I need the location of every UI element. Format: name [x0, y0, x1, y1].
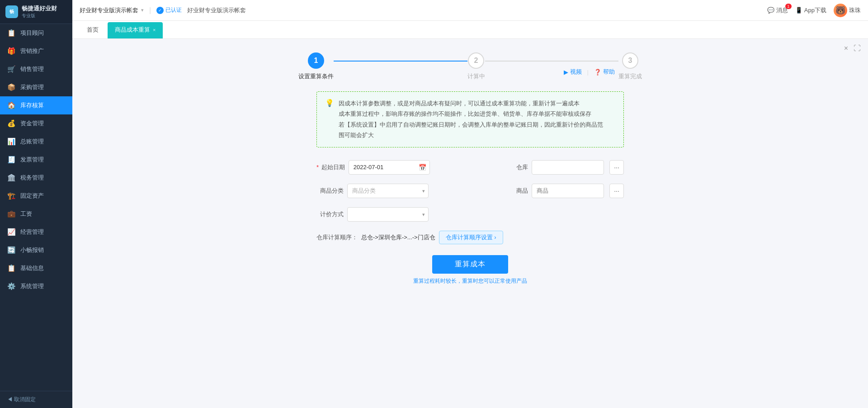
- sidebar-item-label: 总账管理: [20, 138, 44, 146]
- help-link[interactable]: ❓ 帮助: [594, 68, 615, 76]
- calc-order-row: 仓库计算顺序： 总仓->深圳仓库->...->门店仓 仓库计算顺序设置 ›: [316, 231, 624, 244]
- step-3: 3 重算完成: [618, 52, 642, 81]
- pricing-select[interactable]: [347, 207, 429, 222]
- calc-order-label: 仓库计算顺序：: [316, 233, 358, 242]
- sidebar-item-accounting[interactable]: 📊 总账管理: [0, 133, 72, 151]
- message-button[interactable]: 💬 消息 1: [767, 6, 788, 14]
- company-name: 好业财专业版演示帐套: [187, 6, 246, 14]
- account-selector[interactable]: 好业财专业版演示帐套 ▾: [80, 6, 144, 14]
- accounting-icon: 📊: [7, 138, 16, 146]
- category-select-wrap: 商品分类 ▾: [347, 184, 429, 198]
- warehouse-dots-button[interactable]: ···: [609, 160, 624, 175]
- recalc-section: 重算成本 重算过程耗时较长，重算时您可以正常使用产品: [316, 255, 624, 285]
- tab-home[interactable]: 首页: [80, 22, 106, 38]
- topbar-divider: |: [149, 6, 151, 14]
- salary-icon: 💼: [7, 210, 16, 218]
- sidebar-item-marketing[interactable]: 🎁 营销推广: [0, 42, 72, 60]
- finance-icon: 💰: [7, 119, 16, 128]
- sidebar-item-inventory[interactable]: 🏠 库存核算: [0, 96, 72, 114]
- goods-input-row: ···: [532, 184, 624, 198]
- sidebar-item-label: 库存核算: [20, 101, 44, 109]
- recalc-note: 重算过程耗时较长，重算时您可以正常使用产品: [316, 277, 624, 285]
- step-2-circle: 2: [468, 52, 484, 69]
- app-title: 畅捷通好业财: [22, 5, 57, 13]
- form-row-2: 商品分类 商品分类 ▾ 商品 ···: [316, 184, 624, 198]
- sidebar-item-tax[interactable]: 🏛️ 税务管理: [0, 169, 72, 187]
- purchase-icon: 📦: [7, 83, 16, 91]
- step-2-label: 计算中: [467, 72, 485, 81]
- start-date-input[interactable]: [349, 160, 430, 175]
- pricing-select-wrap: ▾: [347, 207, 429, 222]
- goods-label: 商品: [510, 187, 528, 195]
- close-window-button[interactable]: ×: [844, 44, 848, 52]
- goods-input[interactable]: [532, 184, 604, 198]
- asset-icon: 🏗️: [7, 192, 16, 200]
- tab-home-label: 首页: [87, 26, 99, 34]
- project-icon: 📋: [7, 29, 16, 37]
- sidebar-header: 畅 畅捷通好业财 专业版: [0, 0, 72, 24]
- tab-close-icon[interactable]: ×: [153, 27, 156, 33]
- sidebar-item-label: 采购管理: [20, 83, 44, 91]
- info-text: 因成本计算参数调整，或是对商品成本有疑问时，可以通过成本重算功能，重新计算一遍成…: [339, 98, 603, 141]
- sidebar-item-expense[interactable]: 🔄 小畅报销: [0, 241, 72, 259]
- goods-group: 商品 ···: [470, 184, 624, 198]
- inventory-icon: 🏠: [7, 101, 16, 109]
- user-profile[interactable]: 🐻 珠珠: [834, 4, 861, 17]
- step-1: 1 设置重算条件: [298, 52, 334, 81]
- topbar: 好业财专业版演示帐套 ▾ | ✓ 已认证 好业财专业版演示帐套 💬 消息 1 📱…: [72, 0, 868, 21]
- sidebar-item-label: 工资: [20, 210, 32, 218]
- sidebar-item-label: 固定资产: [20, 192, 44, 200]
- user-name: 珠珠: [849, 6, 861, 14]
- video-help-link[interactable]: ▶ 视频: [564, 68, 582, 76]
- step-3-circle: 3: [622, 52, 638, 69]
- sidebar: 畅 畅捷通好业财 专业版 📋 项目顾问 🎁 营销推广 🛒 销售管理 📦 采购管理…: [0, 0, 72, 408]
- category-select[interactable]: 商品分类: [347, 184, 429, 198]
- message-badge: 1: [785, 4, 792, 9]
- sidebar-item-basic[interactable]: 📋 基础信息: [0, 259, 72, 277]
- question-icon: ❓: [594, 69, 601, 76]
- sidebar-item-invoice[interactable]: 🧾 发票管理: [0, 151, 72, 169]
- sidebar-item-label: 营销推广: [20, 47, 44, 55]
- invoice-icon: 🧾: [7, 156, 16, 164]
- sidebar-item-asset[interactable]: 🏗️ 固定资产: [0, 187, 72, 205]
- help-links: ▶ 视频 | ❓ 帮助: [564, 68, 615, 76]
- start-date-label: * 起始日期: [316, 163, 345, 171]
- window-controls: × ⛶: [844, 44, 861, 52]
- tabs-bar: 首页 商品成本重算 ×: [72, 21, 868, 39]
- sidebar-item-purchase[interactable]: 📦 采购管理: [0, 78, 72, 96]
- sales-icon: 🛒: [7, 65, 16, 73]
- app-download-label: App下载: [804, 6, 826, 14]
- app-subtitle: 专业版: [22, 13, 57, 19]
- basic-icon: 📋: [7, 264, 16, 272]
- app-download-button[interactable]: 📱 App下载: [795, 6, 826, 14]
- marketing-icon: 🎁: [7, 47, 16, 55]
- account-name: 好业财专业版演示帐套: [80, 6, 138, 14]
- info-box: 💡 因成本计算参数调整，或是对商品成本有疑问时，可以通过成本重算功能，重新计算一…: [316, 91, 624, 147]
- recalc-button[interactable]: 重算成本: [432, 255, 508, 274]
- tab-cost-recalc[interactable]: 商品成本重算 ×: [108, 22, 163, 38]
- sidebar-item-finance[interactable]: 💰 资金管理: [0, 114, 72, 133]
- topbar-right: 💬 消息 1 📱 App下载 🐻 珠珠: [767, 4, 861, 17]
- expense-icon: 🔄: [7, 246, 16, 254]
- sidebar-item-sales[interactable]: 🛒 销售管理: [0, 60, 72, 78]
- sidebar-item-project[interactable]: 📋 项目顾问: [0, 24, 72, 42]
- phone-icon: 📱: [795, 7, 802, 14]
- calc-order-settings-button[interactable]: 仓库计算顺序设置 ›: [439, 231, 503, 244]
- goods-dots-button[interactable]: ···: [609, 184, 624, 198]
- category-label: 商品分类: [316, 187, 344, 195]
- start-date-group: * 起始日期 📅: [316, 160, 470, 175]
- calc-order-value: 总仓->深圳仓库->...->门店仓: [361, 233, 435, 242]
- sidebar-item-operation[interactable]: 📈 经营管理: [0, 223, 72, 241]
- sidebar-item-label: 资金管理: [20, 119, 44, 128]
- operation-icon: 📈: [7, 228, 16, 236]
- expand-window-button[interactable]: ⛶: [854, 44, 861, 52]
- play-icon: ▶: [564, 69, 568, 76]
- sidebar-item-salary[interactable]: 💼 工资: [0, 205, 72, 223]
- warehouse-input[interactable]: [532, 160, 604, 175]
- calendar-icon[interactable]: 📅: [419, 164, 426, 171]
- sidebar-item-system[interactable]: ⚙️ 系统管理: [0, 277, 72, 295]
- step-3-label: 重算完成: [618, 72, 642, 81]
- unpin-button[interactable]: ◀ 取消固定: [0, 391, 72, 408]
- sidebar-item-label: 系统管理: [20, 282, 44, 290]
- step-2: 2 计算中: [467, 52, 485, 81]
